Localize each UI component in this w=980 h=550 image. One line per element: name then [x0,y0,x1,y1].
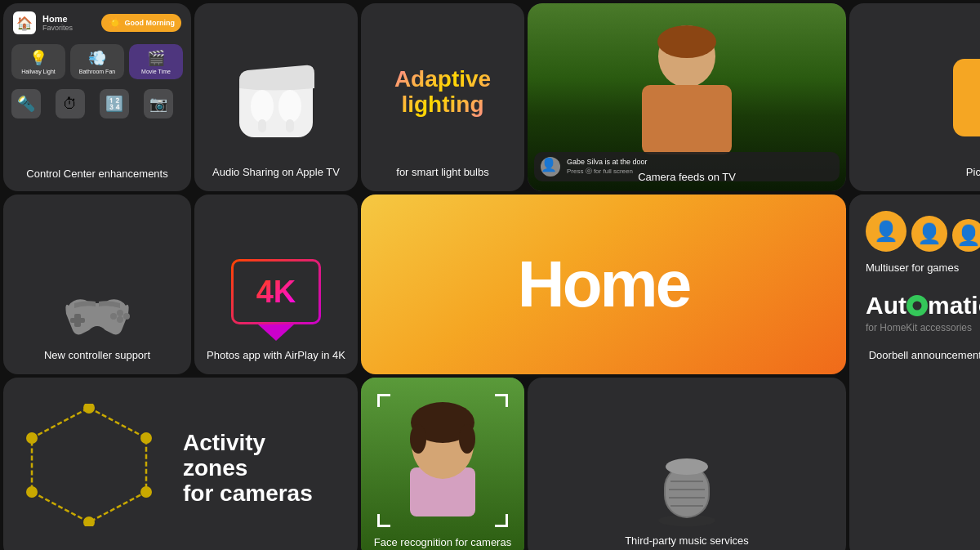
svg-point-12 [117,316,123,323]
multiuser-label: Multiuser for games [866,262,980,275]
multiuser-section: 👤 👤 👤 Multiuser for games [866,211,980,275]
tile-label: Picture in Picture [966,166,980,180]
hex-svg [20,404,158,526]
tile-audio-sharing: Audio Sharing on Apple TV [194,3,358,191]
pip-main-box: ↖ [953,59,980,136]
corner-br [495,514,508,527]
automations-subtitle: for HomeKit accessories [866,322,980,333]
svg-point-20 [26,432,38,444]
tile-label: Doorbell announcements [869,349,980,363]
tile-picture-in-picture: ↖ Picture in Picture [849,3,980,191]
pip-boxes: ↖ [953,59,980,136]
tile-activity: Activityzonesfor cameras [3,378,358,550]
good-morning-widget: ☀️ Good Morning [101,14,181,32]
widget-calculator[interactable]: 🔢 [100,89,129,118]
user-avatar-3: 👤 [952,219,980,252]
light-icon: 💡 [29,49,47,67]
person-silhouette [605,24,768,154]
svg-rect-2 [258,119,266,132]
svg-marker-14 [32,408,146,522]
fourk-monitor: 4K [231,259,321,324]
activity-hexagon [20,404,167,534]
home-icon: 🏠 [13,11,36,34]
svg-point-15 [83,404,95,414]
automations-section: Autmations for HomeKit accessories [866,292,980,333]
monitor-stand-top [258,324,294,341]
tile-camera-feeds: 👤 Gabe Silva is at the door Press ⓔ for … [528,3,846,191]
fan-icon: 💨 [88,49,106,67]
tile-controller: New controller support [3,195,191,374]
activity-content: Activityzonesfor cameras [20,394,341,543]
svg-rect-7 [642,85,732,154]
tile-label: Control Center enhancements [26,168,167,181]
svg-point-16 [140,432,152,444]
svg-point-13 [123,313,130,320]
svg-point-19 [26,486,38,498]
corner-tr [495,394,508,407]
tile-control-center: 🏠 Home Favorites ☀️ Good Morning 💡 Hallw… [3,3,191,191]
svg-rect-9 [70,318,85,323]
user-avatar-2: 👤 [911,216,947,252]
homepod-svg [646,449,728,526]
svg-point-1 [251,90,274,123]
green-dot [906,295,928,316]
pip-visual: ↖ [849,3,980,191]
tile-photos-4k: 4K Photos app with AirPlay in 4K [194,195,358,374]
airpods-svg [215,47,337,154]
tile-label: Camera feeds on TV [528,164,846,191]
adaptive-text: Adaptivelighting [361,67,524,118]
svg-point-29 [666,458,708,475]
app-hallway-light[interactable]: 💡 Hallway Light [11,44,65,79]
corner-tl [377,394,390,407]
tile-label: Third-party music services [625,534,749,548]
corner-bl [377,514,390,527]
fourk-visual: 4K [231,259,321,341]
activity-title: Activityzonesfor cameras [183,431,313,506]
tile-label: Photos app with AirPlay in 4K [207,349,345,363]
svg-point-6 [657,25,716,58]
widget-camera[interactable]: 📷 [144,89,173,118]
automations-title: Autmations [866,292,980,319]
widget-timer[interactable]: ⏱ [56,89,85,118]
movie-icon: 🎬 [147,49,165,67]
tile-home: Home [361,195,846,374]
user-avatar-1: 👤 [866,211,906,252]
tile-automations: 👤 👤 👤 Multiuser for games Autmations for… [849,195,980,550]
tile-label: Face recognition for cameras [361,536,524,550]
svg-rect-4 [286,119,294,132]
fourk-label: 4K [256,275,296,310]
home-word: Home [518,247,689,322]
svg-point-10 [110,313,117,320]
multiuser-icons: 👤 👤 👤 [866,211,980,252]
tile-adaptive-lighting: Adaptivelighting for smart light bulbs [361,3,524,191]
dot-inner [912,301,921,310]
svg-point-18 [83,516,95,526]
tile-label: New controller support [44,349,150,363]
tile-label: for smart light bulbs [396,166,488,180]
sun-icon: ☀️ [108,16,122,29]
svg-point-3 [278,90,301,123]
app-name: Bathroom Fan [79,69,115,74]
svg-point-11 [117,310,123,316]
tile-music-services: Third-party music services [528,378,846,550]
main-grid: 🏠 Home Favorites ☀️ Good Morning 💡 Hallw… [0,0,980,550]
cc-home-label: Home [42,14,73,24]
adaptive-title: Adaptivelighting [369,67,516,118]
cc-favorites-label: Favorites [42,24,73,32]
app-name: Movie Time [141,69,171,74]
svg-point-17 [140,486,152,498]
app-name: Hallway Light [21,69,56,74]
tile-face-recognition: Face recognition for cameras [361,378,524,550]
widget-flashlight[interactable]: 🔦 [11,89,41,118]
good-morning-text: Good Morning [125,19,175,27]
app-bathroom-fan[interactable]: 💨 Bathroom Fan [70,44,124,79]
face-detection-box [377,394,508,527]
app-movie-time[interactable]: 🎬 Movie Time [129,44,183,79]
tile-label: Audio Sharing on Apple TV [212,166,340,180]
airpods-visual [206,35,346,166]
controller-svg [56,285,138,342]
activity-text: Activityzonesfor cameras [167,431,313,506]
